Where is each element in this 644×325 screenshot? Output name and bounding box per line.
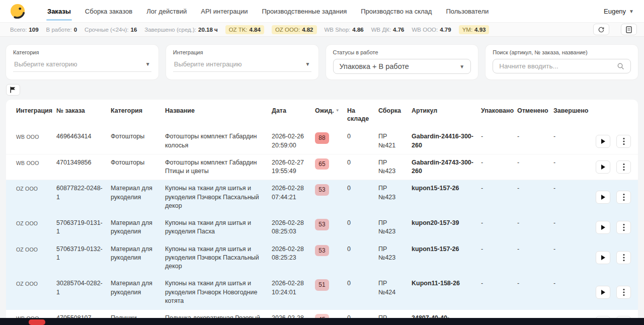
nav-item-3[interactable]: Лог действий <box>139 0 194 22</box>
row-menu-button[interactable] <box>616 286 631 299</box>
user-menu[interactable]: Eugeny ▼ <box>604 8 634 15</box>
cell-date: 2026-02-27 19:55:49 <box>272 158 315 176</box>
table-row: WB ООО4701349856ФотошторыФотошторы компл… <box>6 154 638 181</box>
col-category: Категория <box>111 107 165 115</box>
row-menu-button[interactable] <box>616 221 631 234</box>
cell-integration: OZ ООО <box>16 279 56 287</box>
nav-item-6[interactable]: Производство на склад <box>354 0 439 22</box>
flag-icon <box>10 87 16 93</box>
cell-wait: 51 <box>315 279 347 291</box>
cell-integration: OZ ООО <box>16 219 56 227</box>
export-button[interactable] <box>621 24 637 35</box>
cell-assembly: ПР №423 <box>378 245 412 263</box>
col-wait[interactable]: Ожид.▼ <box>315 107 347 115</box>
integration-select[interactable]: Выберите интеграцию ▼ <box>173 59 311 72</box>
cell-finished: - <box>553 279 596 288</box>
cell-finished: - <box>553 184 596 193</box>
cell-sku: Gabardin-24416-300-260 <box>412 132 481 150</box>
stat-label: Завершено (сред.): <box>144 27 196 33</box>
cell-assembly: ПР №421 <box>378 132 412 150</box>
nav-item-2[interactable]: Сборка заказов <box>78 0 139 22</box>
cell-sku: Gabardin-24743-300-260 <box>412 158 481 176</box>
row-menu-button[interactable] <box>616 251 631 264</box>
cell-order-number: 57063719-0131-1 <box>56 219 111 236</box>
play-button[interactable] <box>596 135 610 148</box>
stat-item: OZ TK:4.84 <box>225 25 264 34</box>
nav-item-7[interactable]: Пользователи <box>439 0 496 22</box>
stat-value: 4.79 <box>440 27 451 33</box>
cell-finished: - <box>553 132 596 141</box>
cell-stock: 0 <box>347 245 378 254</box>
filter-integration: Интеграция Выберите интеграцию ▼ <box>166 45 318 79</box>
table-row: OZ ООО60877822-0248-1Материал для рукоде… <box>6 180 638 215</box>
table-row: OZ ООО57063719-0132-1Материал для рукоде… <box>6 241 638 276</box>
cell-product-name: Купоны на ткани для шитья и рукоделия Пэ… <box>165 279 272 305</box>
nav-item-4[interactable]: API интеграции <box>194 0 255 22</box>
stat-item: WB ДК:4.76 <box>371 27 405 33</box>
filters-bar: Категория Выберите категорию ▼ Интеграци… <box>0 37 644 79</box>
cell-integration: OZ ООО <box>16 184 56 192</box>
category-placeholder: Выберите категорию <box>14 60 77 68</box>
cell-packed: - <box>481 279 517 288</box>
nav-item-5[interactable]: Производственные задания <box>255 0 354 22</box>
cell-category: Материал для рукоделия <box>111 245 165 263</box>
app-logo <box>10 4 25 19</box>
stat-label: Срочные (<24ч): <box>85 27 128 33</box>
cell-wait: 53 <box>315 184 347 196</box>
kebab-menu-icon <box>623 288 625 296</box>
stat-label: OZ TK: <box>229 27 248 33</box>
row-actions <box>596 160 638 174</box>
top-nav: ЗаказыСборка заказовЛог действийAPI инте… <box>0 0 644 22</box>
stat-value: 4.93 <box>474 27 486 33</box>
cell-date: 2026-02-28 08:25:03 <box>272 219 315 236</box>
table-row: WB ООО4696463414ФотошторыФотошторы компл… <box>6 128 638 154</box>
cell-date: 2026-02-28 08:25:23 <box>272 245 315 263</box>
cell-assembly: ПР №423 <box>378 158 412 176</box>
cell-stock: 0 <box>347 219 378 227</box>
play-button[interactable] <box>596 251 610 264</box>
flag-filter-button[interactable] <box>6 84 20 96</box>
cell-assembly: ПР №423 <box>378 184 412 202</box>
refresh-button[interactable] <box>593 24 609 35</box>
cell-cancelled: - <box>517 279 553 288</box>
statuses-select[interactable]: Упаковка + В работе ▼ <box>333 59 471 74</box>
table-row: OZ ООО57063719-0131-1Материал для рукоде… <box>6 215 638 241</box>
play-button[interactable] <box>596 160 610 174</box>
play-button[interactable] <box>596 191 610 204</box>
search-input[interactable] <box>499 62 612 70</box>
cell-integration: WB ООО <box>16 132 56 140</box>
row-actions <box>596 221 638 234</box>
nav-item-1[interactable]: Заказы <box>40 0 78 22</box>
row-menu-button[interactable] <box>616 135 631 148</box>
stat-item: WB Shop:4.86 <box>325 27 364 33</box>
cell-order-number: 4701349856 <box>56 158 111 167</box>
cell-packed: - <box>481 184 517 193</box>
kebab-menu-icon <box>623 254 625 262</box>
play-icon <box>601 138 606 144</box>
cell-date: 2026-02-28 10:24:01 <box>272 279 315 297</box>
stat-value: 4.82 <box>302 27 313 33</box>
footer-badge[interactable] <box>29 319 45 325</box>
wait-badge: 53 <box>315 184 329 196</box>
play-icon <box>601 194 606 200</box>
wait-badge: 53 <box>315 245 329 257</box>
category-select[interactable]: Выберите категорию ▼ <box>13 59 151 72</box>
cell-wait: 65 <box>315 158 347 170</box>
cell-sku: kupon15-157-26 <box>412 184 481 193</box>
row-menu-button[interactable] <box>616 160 631 174</box>
wait-badge: 88 <box>315 132 329 144</box>
cell-cancelled: - <box>517 219 553 227</box>
wait-badge: 51 <box>315 279 329 291</box>
play-button[interactable] <box>596 221 610 234</box>
stat-item: YM:4.93 <box>459 25 490 34</box>
wait-badge: 53 <box>315 219 329 230</box>
cell-cancelled: - <box>517 184 553 193</box>
cell-sku: kupon15-157-26 <box>412 245 481 254</box>
stats-list: Всего:109В работе:0Срочные (<24ч):16Заве… <box>10 25 489 34</box>
row-menu-button[interactable] <box>616 191 631 204</box>
play-button[interactable] <box>596 286 610 299</box>
cell-product-name: Фотошторы комплект Габардин колосья <box>165 132 272 150</box>
stats-bar: Всего:109В работе:0Срочные (<24ч):16Заве… <box>0 22 644 37</box>
cell-sku: kupon20-157-39 <box>412 219 481 227</box>
document-icon <box>626 26 632 33</box>
